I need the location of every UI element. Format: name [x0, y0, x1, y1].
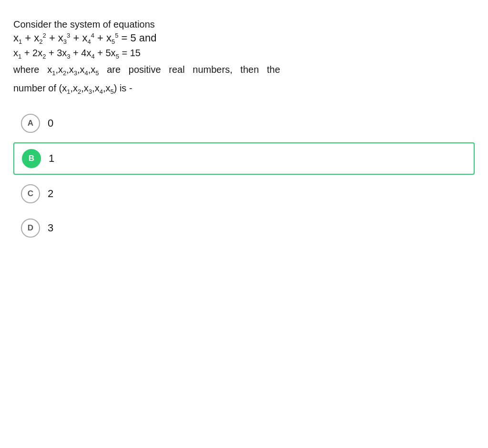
- option-circle-a: A: [21, 114, 40, 133]
- intro-line: Consider the system of equations: [13, 19, 475, 30]
- desc-text: where x1,x2,x3,x4,x5 are positive real n…: [13, 64, 280, 75]
- option-row-c[interactable]: C 2: [13, 179, 475, 209]
- option-row-b[interactable]: B 1: [13, 142, 475, 175]
- options-container: A 0 B 1 C 2 D 3: [13, 108, 475, 243]
- option-value-d: 3: [48, 222, 53, 234]
- equation2-line: x1 + 2x2 + 3x3 + 4x4 + 5x5 = 15: [13, 48, 475, 60]
- option-label-c: C: [28, 189, 33, 199]
- question-container: Consider the system of equations x1 + x2…: [10, 11, 478, 251]
- option-circle-c: C: [21, 184, 40, 203]
- intro-text: Consider the system of equations: [13, 19, 155, 30]
- option-value-a: 0: [48, 117, 53, 129]
- option-row-d[interactable]: D 3: [13, 213, 475, 243]
- option-value-b: 1: [49, 152, 54, 165]
- option-circle-b: B: [22, 149, 41, 168]
- desc-line2: number of (x1,x2,x3,x4,x5) is -: [13, 80, 475, 97]
- desc-line: where x1,x2,x3,x4,x5 are positive real n…: [13, 62, 475, 79]
- equation1-line: x1 + x22 + x33 + x44 + x55 = 5 and: [13, 32, 475, 46]
- eq2-text: x1 + 2x2 + 3x3 + 4x4 + 5x5 = 15: [13, 48, 141, 58]
- eq1-text: x1 + x22 + x33 + x44 + x55 = 5 and: [13, 32, 157, 44]
- option-row-a[interactable]: A 0: [13, 108, 475, 139]
- desc2-text: number of (x1,x2,x3,x4,x5) is -: [13, 83, 132, 93]
- option-label-d: D: [28, 223, 33, 233]
- option-label-b: B: [29, 154, 34, 163]
- option-label-a: A: [28, 119, 33, 128]
- option-value-c: 2: [48, 188, 53, 200]
- option-circle-d: D: [21, 219, 40, 238]
